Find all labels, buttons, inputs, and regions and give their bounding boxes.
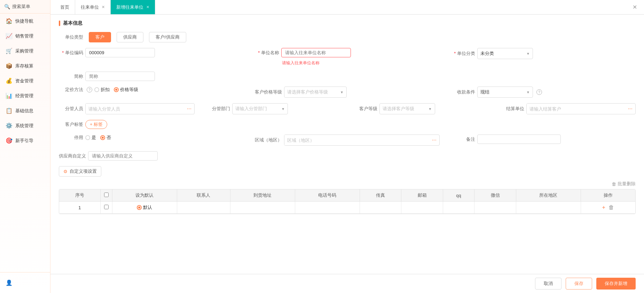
radio-price-level[interactable]: 价格等级 bbox=[114, 87, 138, 93]
tab-new-partner[interactable]: 新增往来单位 ✕ bbox=[111, 0, 155, 14]
settlement-input[interactable] bbox=[527, 104, 625, 114]
remarks-input[interactable] bbox=[477, 135, 561, 144]
radio-price-level-label: 价格等级 bbox=[120, 87, 138, 93]
row-checkbox[interactable] bbox=[104, 205, 109, 209]
unit-category-select[interactable]: 未分类 ▼ bbox=[477, 48, 533, 59]
custom-settings-button[interactable]: ⚙ 自定义项设置 bbox=[59, 166, 101, 177]
sidebar-item-sales[interactable]: 📈 销售管理 bbox=[0, 29, 50, 43]
customer-level-arrow: ▼ bbox=[429, 107, 432, 111]
customer-price-placeholder: 请选择客户价格等级 bbox=[287, 89, 328, 95]
customer-price-label: 客户价格等级 bbox=[255, 89, 282, 95]
manager-input-wrap: ··· bbox=[85, 103, 195, 114]
settlement-dots[interactable]: ··· bbox=[625, 106, 635, 112]
pricing-radio-group: 折扣 价格等级 bbox=[94, 87, 138, 93]
tab-home[interactable]: 首页 bbox=[55, 0, 75, 14]
supplier-custom-input[interactable] bbox=[88, 151, 158, 161]
purchase-icon: 🛒 bbox=[6, 48, 13, 54]
tab-partners-label: 往来单位 bbox=[81, 4, 99, 10]
radio-discount-label: 折扣 bbox=[101, 87, 110, 93]
region-input-wrap: ··· bbox=[284, 135, 440, 146]
btn-supplier[interactable]: 供应商 bbox=[117, 32, 143, 42]
save-new-button[interactable]: 保存并新增 bbox=[596, 278, 636, 290]
row-pricing: 定价方法 ? 折扣 价格等级 客户价格等级 请选择客户价格等级 bbox=[59, 87, 636, 98]
row-default: 默认 bbox=[112, 202, 177, 214]
sidebar-item-operations[interactable]: 📊 经营管理 bbox=[0, 88, 50, 103]
unit-name-input[interactable] bbox=[281, 48, 351, 57]
pricing-info-icon[interactable]: ? bbox=[87, 87, 92, 92]
col-manager: 分管人员 ··· bbox=[59, 103, 195, 114]
sidebar-item-inventory[interactable]: 📦 库存核算 bbox=[0, 58, 50, 73]
row-email bbox=[401, 202, 443, 214]
row-supplier-custom: 供应商自定义 bbox=[59, 151, 636, 161]
payment-terms-select[interactable]: 现结 ▼ bbox=[477, 87, 533, 98]
sidebar-item-system[interactable]: ⚙️ 系统管理 bbox=[0, 118, 50, 133]
radio-discount-circle bbox=[94, 87, 99, 92]
add-row-button[interactable]: + bbox=[601, 204, 606, 211]
contact-table-element: 序号 设为默认 联系人 到货地址 电话号码 传真 邮箱 qq 微信 所在地区 操… bbox=[59, 189, 635, 214]
tab-new-partner-close[interactable]: ✕ bbox=[146, 5, 149, 9]
batch-delete-icon: 🗑 bbox=[612, 181, 616, 187]
search-menu[interactable]: 🔍 搜索菜单 bbox=[0, 0, 50, 14]
tab-home-label: 首页 bbox=[60, 4, 69, 10]
col-customer-price: 客户价格等级 请选择客户价格等级 ▼ bbox=[255, 87, 440, 98]
manager-dots[interactable]: ··· bbox=[184, 106, 194, 112]
payment-terms-info-icon[interactable]: ? bbox=[536, 89, 542, 95]
col-supplier-custom: 供应商自定义 bbox=[59, 151, 636, 161]
sidebar-user[interactable]: 👤 bbox=[0, 275, 50, 290]
radio-discount[interactable]: 折扣 bbox=[94, 87, 110, 93]
radio-no[interactable]: 否 bbox=[100, 135, 111, 141]
batch-delete-label[interactable]: 批量删除 bbox=[618, 181, 636, 187]
customer-level-select[interactable]: 请选择客户等级 ▼ bbox=[379, 103, 435, 114]
unit-code-label: 单位编码 bbox=[59, 50, 83, 56]
btn-customer[interactable]: 客户 bbox=[89, 32, 111, 42]
sidebar-item-basic-info[interactable]: 📋 基础信息 bbox=[0, 103, 50, 118]
delete-row-button[interactable]: 🗑 bbox=[607, 204, 615, 211]
row-contact bbox=[177, 202, 230, 214]
title-bar bbox=[59, 21, 60, 26]
sidebar-item-label: 采购管理 bbox=[15, 48, 33, 54]
tab-new-partner-label: 新增往来单位 bbox=[116, 4, 143, 10]
col-short-name: 简称 bbox=[59, 72, 636, 81]
col-payment-terms: 收款条件 现结 ▼ ? bbox=[451, 87, 636, 98]
col-disabled: 停用 是 否 bbox=[59, 135, 244, 141]
btn-both[interactable]: 客户/供应商 bbox=[149, 32, 186, 42]
customer-tag-label: 客户标签 bbox=[59, 121, 83, 128]
unit-type-label: 单位类型 bbox=[59, 34, 83, 40]
select-all-checkbox[interactable] bbox=[104, 193, 109, 197]
customer-level-placeholder: 请选择客户等级 bbox=[383, 106, 414, 112]
department-select[interactable]: 请输入分管部门 ▼ bbox=[232, 103, 288, 114]
sidebar: 🔍 搜索菜单 🏠 快捷导航 📈 销售管理 🛒 采购管理 📦 库存核算 💰 资金管… bbox=[0, 0, 50, 293]
tab-partners-close[interactable]: ✕ bbox=[102, 5, 105, 9]
region-input[interactable] bbox=[284, 135, 429, 145]
manager-input[interactable] bbox=[86, 104, 184, 114]
col-header-check bbox=[100, 189, 112, 202]
unit-code-input[interactable] bbox=[85, 48, 155, 57]
row-disabled-region: 停用 是 否 区域（地区） ··· bbox=[59, 135, 636, 146]
col-header-wechat: 微信 bbox=[474, 189, 516, 202]
footer: 取消 保存 保存并新增 bbox=[50, 274, 644, 293]
add-tag-button[interactable]: + 标签 bbox=[85, 120, 107, 129]
col-region: 区域（地区） ··· bbox=[255, 135, 440, 146]
row-default-radio[interactable]: 默认 bbox=[116, 204, 173, 211]
radio-yes[interactable]: 是 bbox=[85, 135, 96, 141]
col-header-no: 序号 bbox=[59, 189, 100, 202]
sidebar-item-guide[interactable]: 🎯 新手引导 bbox=[0, 133, 50, 148]
tabbar-close-button[interactable]: ✕ bbox=[630, 2, 640, 12]
tab-partners[interactable]: 往来单位 ✕ bbox=[75, 0, 111, 14]
customer-price-select[interactable]: 请选择客户价格等级 ▼ bbox=[284, 87, 347, 98]
short-name-input[interactable] bbox=[85, 72, 155, 81]
sidebar-item-quick-nav[interactable]: 🏠 快捷导航 bbox=[0, 14, 50, 29]
col-unit-code: 单位编码 bbox=[59, 48, 244, 57]
operations-icon: 📊 bbox=[6, 92, 13, 99]
sidebar-item-purchase[interactable]: 🛒 采购管理 bbox=[0, 43, 50, 58]
table-row: 1 默认 bbox=[59, 202, 635, 214]
add-tag-label: + 标签 bbox=[90, 121, 103, 128]
row-default-circle bbox=[137, 205, 142, 210]
sidebar-item-finance[interactable]: 💰 资金管理 bbox=[0, 73, 50, 88]
radio-no-circle bbox=[100, 135, 105, 140]
save-button[interactable]: 保存 bbox=[566, 278, 592, 290]
unit-name-label: 单位名称 bbox=[255, 50, 279, 56]
unit-category-value: 未分类 bbox=[480, 50, 494, 57]
region-dots[interactable]: ··· bbox=[429, 137, 439, 143]
cancel-button[interactable]: 取消 bbox=[535, 278, 561, 290]
